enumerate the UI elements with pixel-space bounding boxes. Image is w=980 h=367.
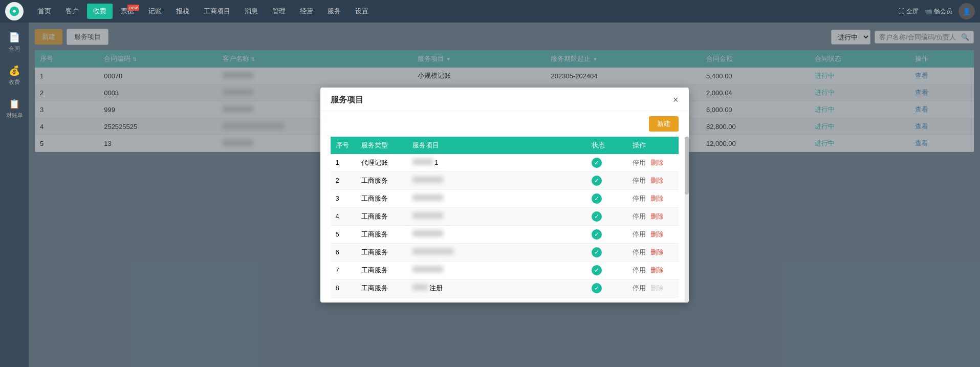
close-icon[interactable]: ×: [673, 95, 679, 105]
sidebar-item-fee[interactable]: 💰 收费: [0, 60, 29, 91]
dialog-col-type: 服务类型: [356, 137, 407, 154]
nav-service[interactable]: 服务: [321, 4, 347, 19]
dialog-cell-seq: 8: [331, 279, 356, 297]
dialog-cell-type: 工商服务: [356, 207, 407, 225]
sidebar-item-contract[interactable]: 📄 合同: [0, 27, 29, 58]
dialog-cell-action: 停用 删除: [627, 261, 679, 279]
nav-tax[interactable]: 报税: [170, 4, 195, 19]
stop-button[interactable]: 停用: [633, 195, 646, 202]
nav-customer[interactable]: 客户: [59, 4, 85, 19]
dialog-cell-seq: 6: [331, 243, 356, 261]
main-layout: 📄 合同 💰 收费 📋 对账单 新建 服务项目 进行中 全部 已完成 已终止: [0, 23, 980, 367]
dialog-cell-type: 代理记账: [356, 154, 407, 172]
stop-button[interactable]: 停用: [633, 159, 646, 166]
dialog-cell-type: 工商服务: [356, 279, 407, 297]
modal-overlay: 服务项目 × 新建 序号 服务类型 服务项目 状态: [29, 23, 980, 367]
new-badge: new: [127, 5, 139, 11]
top-navigation: 首页 客户 收费 票据 new 记账 报税 工商项目 消息 管理 经营 服务 设…: [0, 0, 980, 23]
dialog-cell-status: ✓: [586, 261, 627, 279]
scrollbar-thumb[interactable]: [685, 137, 689, 195]
delete-button[interactable]: 删除: [650, 230, 664, 238]
top-nav-right: ⛶ 全屏 📹 畅会员 👤: [898, 3, 975, 19]
dialog-body: 序号 服务类型 服务项目 状态 操作 1 代理记账: [320, 137, 689, 303]
sidebar-item-label: 合同: [9, 45, 20, 53]
stop-button[interactable]: 停用: [633, 230, 646, 238]
nav-home[interactable]: 首页: [32, 4, 57, 19]
left-sidebar: 📄 合同 💰 收费 📋 对账单: [0, 23, 29, 367]
stop-button[interactable]: 停用: [633, 248, 646, 256]
nav-ticket[interactable]: 票据 new: [115, 4, 140, 19]
avatar[interactable]: 👤: [959, 3, 975, 19]
delete-button[interactable]: 删除: [650, 248, 664, 256]
dialog-cell-status: ✓: [586, 243, 627, 261]
dialog-title: 服务项目: [331, 95, 363, 105]
dialog-table-row: 3 工商服务 ✓ 停用 删除: [331, 189, 679, 207]
dialog-cell-item: [407, 243, 586, 261]
dialog-col-action: 操作: [627, 137, 679, 154]
dialog-table-row: 6 工商服务 ✓ 停用 删除: [331, 243, 679, 261]
stop-button[interactable]: 停用: [633, 177, 646, 184]
dialog-cell-item: [407, 207, 586, 225]
dialog-cell-action: 停用 删除: [627, 189, 679, 207]
stop-button[interactable]: 停用: [633, 284, 646, 292]
dialog-cell-status: ✓: [586, 189, 627, 207]
nav-business[interactable]: 工商项目: [198, 4, 236, 19]
sidebar-item-label: 对账单: [6, 112, 23, 119]
dialog-cell-item: [407, 225, 586, 243]
dialog-cell-type: 工商服务: [356, 225, 407, 243]
dialog-col-seq: 序号: [331, 137, 356, 154]
dialog-cell-item: [407, 171, 586, 189]
nav-fee[interactable]: 收费: [87, 4, 113, 19]
dialog-cell-action: 停用 删除: [627, 279, 679, 297]
status-active-icon: ✓: [592, 193, 602, 204]
stop-button[interactable]: 停用: [633, 266, 646, 274]
dialog-cell-action: 停用 删除: [627, 243, 679, 261]
dialog-col-item: 服务项目: [407, 137, 586, 154]
contract-icon: 📄: [9, 32, 20, 43]
nav-bookkeeping[interactable]: 记账: [142, 4, 168, 19]
status-active-icon: ✓: [592, 229, 602, 240]
dialog-cell-type: 工商服务: [356, 261, 407, 279]
delete-button-disabled: 删除: [650, 284, 664, 292]
status-active-icon: ✓: [592, 283, 602, 293]
dialog-cell-status: ✓: [586, 171, 627, 189]
status-active-icon: ✓: [592, 176, 602, 186]
fullscreen-button[interactable]: ⛶ 全屏: [898, 7, 918, 16]
delete-button[interactable]: 删除: [650, 177, 664, 184]
delete-button[interactable]: 删除: [650, 212, 664, 220]
dialog-cell-action: 停用 删除: [627, 154, 679, 172]
content-area: 新建 服务项目 进行中 全部 已完成 已终止 🔍 序号: [29, 23, 980, 367]
dialog-cell-seq: 7: [331, 261, 356, 279]
dialog-new-button[interactable]: 新建: [649, 116, 679, 132]
dialog-cell-seq: 2: [331, 171, 356, 189]
member-button[interactable]: 📹 畅会员: [925, 7, 952, 16]
delete-button[interactable]: 删除: [650, 195, 664, 202]
dialog-col-status: 状态: [586, 137, 627, 154]
status-active-icon: ✓: [592, 211, 602, 222]
dialog-toolbar: 新建: [320, 111, 689, 137]
nav-message[interactable]: 消息: [238, 4, 264, 19]
nav-operation[interactable]: 经营: [294, 4, 319, 19]
statement-icon: 📋: [9, 98, 20, 110]
dialog-table-row: 8 工商服务 注册 ✓ 停用 删除: [331, 279, 679, 297]
scrollbar-track[interactable]: [685, 137, 689, 303]
nav-items: 首页 客户 收费 票据 new 记账 报税 工商项目 消息 管理 经营 服务 设…: [32, 4, 898, 19]
delete-button[interactable]: 删除: [650, 266, 664, 274]
dialog-header: 服务项目 ×: [320, 88, 689, 111]
nav-settings[interactable]: 设置: [349, 4, 375, 19]
dialog-cell-item: [407, 261, 586, 279]
dialog-table-row: 5 工商服务 ✓ 停用 删除: [331, 225, 679, 243]
dialog-cell-status: ✓: [586, 207, 627, 225]
dialog-cell-status: ✓: [586, 225, 627, 243]
app-logo: [5, 2, 24, 20]
stop-button[interactable]: 停用: [633, 212, 646, 220]
dialog-cell-status: ✓: [586, 154, 627, 172]
delete-button[interactable]: 删除: [650, 159, 664, 166]
status-active-icon: ✓: [592, 158, 602, 168]
dialog-cell-seq: 1: [331, 154, 356, 172]
service-items-dialog: 服务项目 × 新建 序号 服务类型 服务项目 状态: [320, 88, 689, 303]
dialog-cell-seq: 4: [331, 207, 356, 225]
nav-manage[interactable]: 管理: [266, 4, 292, 19]
sidebar-item-statement[interactable]: 📋 对账单: [0, 93, 29, 124]
dialog-cell-action: 停用 删除: [627, 171, 679, 189]
